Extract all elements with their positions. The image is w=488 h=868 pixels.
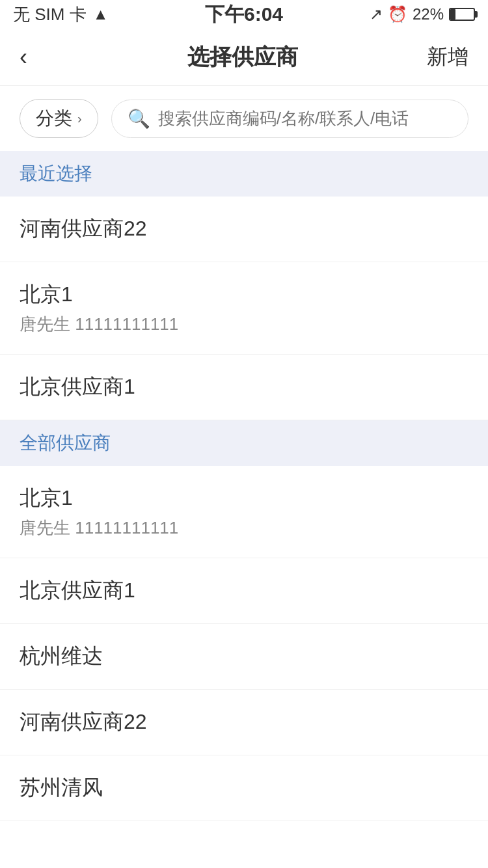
list-item[interactable]: 河南供应商22	[0, 197, 488, 262]
list-item[interactable]: 河南供应商22	[0, 690, 488, 755]
chevron-right-icon: ›	[77, 111, 82, 126]
status-right: ↗ ⏰ 22%	[370, 5, 475, 23]
list-item[interactable]: 北京供应商1	[0, 355, 488, 420]
list-item[interactable]: 杭州维达	[0, 624, 488, 690]
add-button[interactable]: 新增	[427, 43, 468, 72]
list-item[interactable]: 北京1唐先生 11111111111	[0, 466, 488, 558]
all-section-label: 全部供应商	[20, 433, 111, 453]
item-name: 杭州维达	[20, 642, 468, 671]
alarm-icon: ⏰	[388, 5, 407, 23]
item-name: 北京供应商1	[20, 373, 468, 401]
item-name: 北京供应商1	[20, 576, 468, 605]
item-name: 苏州清风	[20, 774, 468, 802]
recent-items-list: 河南供应商22北京1唐先生 11111111111北京供应商1	[0, 197, 488, 420]
recent-section-label: 最近选择	[20, 163, 92, 183]
all-section-header: 全部供应商	[0, 420, 488, 466]
item-name: 河南供应商22	[20, 708, 468, 737]
page-title: 选择供应商	[187, 42, 298, 72]
battery-icon	[449, 8, 475, 21]
item-name: 北京1	[20, 484, 468, 513]
list-item[interactable]: 北京供应商1	[0, 558, 488, 624]
status-bar: 无 SIM 卡 ▲ 下午6:04 ↗ ⏰ 22%	[0, 0, 488, 29]
status-left: 无 SIM 卡 ▲	[13, 3, 108, 26]
battery-text: 22%	[413, 5, 444, 23]
filter-bar: 分类 › 🔍	[0, 86, 488, 151]
search-box[interactable]: 🔍	[111, 100, 468, 138]
recent-section-header: 最近选择	[0, 151, 488, 197]
item-name: 河南供应商22	[20, 215, 468, 243]
status-time: 下午6:04	[205, 1, 283, 28]
nav-bar: ‹ 选择供应商 新增	[0, 29, 488, 86]
all-items-list: 北京1唐先生 11111111111北京供应商1杭州维达河南供应商22苏州清风	[0, 466, 488, 821]
category-label: 分类	[36, 106, 72, 131]
list-item[interactable]: 北京1唐先生 11111111111	[0, 262, 488, 355]
item-detail: 唐先生 11111111111	[20, 313, 468, 336]
back-button[interactable]: ‹	[20, 44, 59, 71]
search-icon: 🔍	[128, 108, 150, 129]
wifi-icon: ▲	[93, 5, 109, 23]
item-detail: 唐先生 11111111111	[20, 517, 468, 539]
location-icon: ↗	[370, 5, 383, 23]
item-name: 北京1	[20, 280, 468, 309]
search-input[interactable]	[158, 109, 452, 129]
list-item[interactable]: 苏州清风	[0, 755, 488, 821]
carrier-text: 无 SIM 卡	[13, 3, 87, 26]
category-button[interactable]: 分类 ›	[20, 99, 98, 138]
